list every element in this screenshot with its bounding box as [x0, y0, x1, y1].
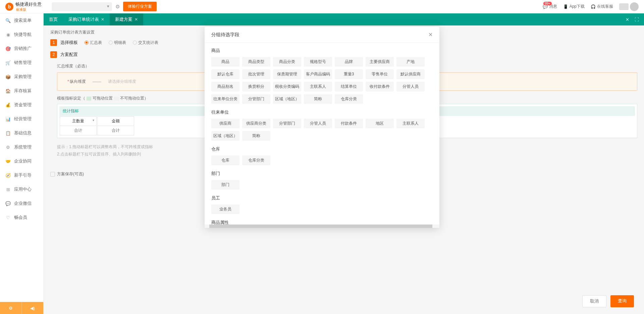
sidebar-icon: ◉ — [5, 32, 11, 37]
field-tag[interactable]: 商品分类 — [273, 57, 301, 67]
field-tag[interactable]: 仓库分类 — [335, 94, 363, 104]
sidebar-item[interactable]: 🤝企业协同 — [0, 154, 43, 168]
cancel-button[interactable]: 取消 — [582, 295, 606, 307]
field-tag[interactable]: 分管部门 — [273, 119, 301, 128]
sidebar-item[interactable]: 💬企业微信 — [0, 196, 43, 210]
close-icon[interactable]: ✕ — [135, 17, 138, 22]
field-tag[interactable]: 付款条件 — [335, 119, 363, 128]
field-tag[interactable]: 区域（地区） — [211, 131, 239, 141]
field-tag[interactable]: 规格型号 — [304, 57, 332, 67]
fixed-swatch — [114, 97, 119, 101]
col-label: 金额 — [112, 119, 120, 123]
radio-label: 明细表 — [114, 40, 126, 46]
field-tag[interactable]: 简称 — [242, 131, 270, 141]
gear-icon[interactable]: ⚙ — [115, 4, 120, 10]
field-tag[interactable]: 产地 — [396, 57, 425, 67]
field-tag[interactable]: 主联系人 — [396, 119, 425, 128]
field-tag[interactable]: 零售单位 — [366, 69, 394, 79]
field-tag[interactable]: 分管人员 — [304, 119, 332, 128]
field-tag[interactable]: 默认供应商 — [396, 69, 425, 79]
field-tag[interactable]: 部门 — [211, 180, 239, 190]
collapse-button[interactable]: ◀) — [22, 302, 43, 314]
query-button[interactable]: 查询 — [610, 295, 634, 307]
field-tag[interactable]: 区域（地区） — [273, 94, 301, 104]
save-checkbox[interactable] — [50, 172, 55, 177]
sidebar-item[interactable]: ♡畅会员 — [0, 210, 43, 225]
group-title: 往来单位 — [211, 109, 433, 115]
field-tag[interactable]: 结算单位 — [335, 82, 363, 91]
trial-button[interactable]: 体验行业方案 — [123, 2, 157, 11]
field-tag[interactable]: 客户商品编码 — [304, 69, 332, 79]
field-tag[interactable]: 地区 — [366, 119, 394, 128]
sidebar-item[interactable]: 📋基础信息 — [0, 126, 43, 140]
sidebar-item[interactable]: 🧭新手引导 — [0, 168, 43, 182]
sidebar-item[interactable]: ⚙系统管理 — [0, 140, 43, 154]
save-label: 方案保存(可选) — [57, 171, 84, 177]
sidebar-label: 系统管理 — [14, 144, 32, 150]
close-icon[interactable]: ✕ — [101, 17, 104, 22]
sidebar-label: 采购管理 — [14, 74, 32, 80]
field-list: 商品商品类型商品分类规格型号品牌主要供应商产地默认仓库批次管理保质期管理客户商品… — [211, 57, 433, 104]
settings-button[interactable]: ⚙ — [0, 302, 22, 314]
tab[interactable]: 首页 — [44, 13, 63, 25]
sidebar-item[interactable]: 💰资金管理 — [0, 98, 43, 112]
sidebar-item[interactable]: 🛒销售管理 — [0, 56, 43, 70]
field-tag[interactable]: 供应商 — [211, 119, 239, 128]
sidebar-item[interactable]: 📊经营管理 — [0, 112, 43, 126]
field-tag[interactable]: 收付款条件 — [366, 82, 394, 91]
field-tag[interactable]: 往来单位分类 — [211, 94, 239, 104]
sidebar-icon: 🎯 — [5, 46, 11, 51]
user-menu[interactable] — [619, 2, 639, 11]
radio-option[interactable]: 交叉统计表 — [133, 40, 158, 46]
field-tag[interactable]: 业务员 — [211, 204, 239, 214]
field-tag[interactable]: 主联系人 — [304, 82, 332, 91]
group-title: 部门 — [211, 171, 433, 177]
sidebar-item[interactable]: 📦采购管理 — [0, 70, 43, 84]
col-label: 主数量 — [72, 119, 84, 123]
table-col-qty[interactable]: 主数量▾ 合计 — [60, 116, 97, 135]
sidebar-label: 基础信息 — [14, 130, 32, 136]
sidebar-label: 搜索菜单 — [14, 17, 32, 23]
table-col-amount[interactable]: 金额 合计 — [97, 116, 134, 135]
field-tag[interactable]: 批次管理 — [242, 69, 270, 79]
sidebar-item[interactable]: ◉快捷导航 — [0, 27, 43, 42]
radio-option[interactable]: 汇总表 — [85, 40, 102, 46]
sidebar-label: 企业微信 — [14, 200, 32, 206]
field-tag[interactable]: 默认仓库 — [211, 69, 239, 79]
company-selector[interactable] — [52, 2, 112, 11]
sidebar-icon: 📋 — [5, 130, 11, 136]
sidebar-item[interactable]: ⊞应用中心 — [0, 182, 43, 196]
field-tag[interactable]: 品牌 — [335, 57, 363, 67]
field-tag[interactable]: 主要供应商 — [366, 57, 394, 67]
field-tag[interactable]: 商品类型 — [242, 57, 270, 67]
horizontal-scrollbar[interactable] — [205, 225, 439, 228]
field-tag[interactable]: 分管部门 — [242, 94, 270, 104]
field-tag[interactable]: 保质期管理 — [273, 69, 301, 79]
fullscreen-icon[interactable]: ⛶ — [633, 16, 640, 23]
field-tag[interactable]: 税收分类编码 — [273, 82, 301, 91]
sidebar-icon: 🧭 — [5, 173, 11, 178]
sidebar-item[interactable]: 🎯营销推广 — [0, 42, 43, 56]
close-all-icon[interactable]: ✕ — [624, 16, 631, 23]
field-tag[interactable]: 供应商分类 — [242, 119, 270, 128]
field-tag[interactable]: 重量3 — [335, 69, 363, 79]
sidebar-item[interactable]: 🔍搜索菜单 — [0, 13, 43, 27]
field-tag[interactable]: 仓库 — [211, 155, 239, 165]
field-tag[interactable]: 简称 — [304, 94, 332, 104]
tab[interactable]: 采购订单统计表✕ — [63, 13, 110, 25]
service-button[interactable]: 🎧 在线客服 — [591, 4, 613, 9]
field-tag[interactable]: 商品 — [211, 57, 239, 67]
dimension-selector[interactable]: 请选择分组维度 — [108, 79, 136, 84]
tab[interactable]: 新建方案✕ — [110, 13, 143, 25]
field-tag[interactable]: 换货积分 — [242, 82, 270, 91]
field-group: 商品商品商品类型商品分类规格型号品牌主要供应商产地默认仓库批次管理保质期管理客户… — [211, 48, 433, 104]
radio-option[interactable]: 明细表 — [109, 40, 126, 46]
sidebar-item[interactable]: 🏠库存核算 — [0, 84, 43, 98]
field-tag[interactable]: 仓库分类 — [242, 155, 270, 165]
close-icon[interactable]: ✕ — [428, 32, 433, 38]
chevron-down-icon[interactable]: ▾ — [93, 118, 94, 122]
field-tag[interactable]: 分管人员 — [396, 82, 425, 91]
field-tag[interactable]: 商品别名 — [211, 82, 239, 91]
app-download-button[interactable]: 📱 App下载 — [563, 4, 585, 9]
messages-button[interactable]: 💬 消息 99+ — [543, 4, 557, 9]
